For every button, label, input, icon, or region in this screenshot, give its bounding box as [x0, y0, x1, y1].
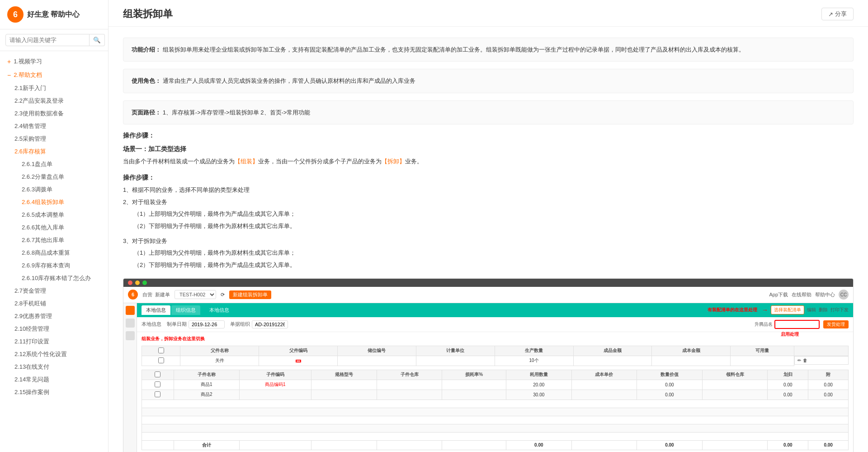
cell-product-amount — [573, 356, 652, 366]
bcell-loss — [442, 380, 506, 390]
step2-sub: （1）上部明细为父件明细，最终作为产成品生成其它入库单； （2）下部明细为子件明… — [123, 209, 854, 232]
bcell-pick — [702, 390, 768, 400]
highlight-disassembly: 【拆卸】 — [382, 158, 405, 165]
col-product-amount: 成品金额 — [573, 346, 652, 356]
sidebar-item-2-5[interactable]: 2.5采购管理 — [14, 133, 108, 145]
screenshot-titlebar — [123, 279, 853, 287]
sidebar-item-2-1[interactable]: 2.1新手入门 — [14, 82, 108, 95]
sidebar-item-2-9[interactable]: 2.9优惠券管理 — [14, 310, 108, 323]
table-row — [142, 432, 849, 440]
mock-field-date: 制单日期 — [167, 320, 225, 328]
mock-app-download: App下载 — [769, 291, 788, 298]
annotation-bom: 有装配清单的在这里处理 — [708, 307, 757, 313]
steps-intro: 操作步骤： — [123, 174, 854, 182]
mock-tab-local[interactable]: 本地信息 — [142, 305, 170, 315]
b-select-all[interactable] — [155, 371, 160, 377]
sidebar-item-2-4[interactable]: 2.4销售管理 — [14, 120, 108, 133]
step3-sub: （1）上部明细为父件明细，最终作为原材料生成其它出库单； （2）下部明细为子件明… — [123, 247, 854, 271]
mock-form-actions: 有装配清单的在这里处理 → 选择装配清单 编辑 删除 打印下发 — [708, 305, 849, 314]
mock-search-label: 升腾品名 — [755, 321, 773, 328]
search-icon: 🔍 — [93, 37, 101, 43]
sidebar-item-2-6-9[interactable]: 2.6.9库存账本查询 — [22, 259, 108, 272]
sidebar-item-2-2[interactable]: 2.2产品安装及登录 — [14, 95, 108, 107]
sidebar-item-2-6-4[interactable]: 2.6.4组装拆卸单 — [22, 196, 108, 209]
sidebar-sub-help: 2.1新手入门 2.2产品安装及登录 2.3使用前数据准备 2.4销售管理 2.… — [0, 82, 108, 399]
path-text: 1、库存核算->库存管理->组装拆卸单 2、首页->常用功能 — [163, 109, 311, 116]
mock-date-input[interactable] — [189, 320, 225, 328]
total-classify: 0.00 — [768, 440, 808, 450]
mock-new-button[interactable]: 新建组装拆卸单 — [229, 290, 271, 299]
sidebar-item-2-6[interactable]: 2.6库存核算 — [14, 145, 108, 158]
bcell-loss — [442, 390, 506, 400]
bcell-val: 0.00 — [637, 380, 703, 390]
sidebar-item-2-13[interactable]: 2.13在线支付 — [14, 361, 108, 373]
bcell-useqty: 20.00 — [506, 380, 572, 390]
share-button[interactable]: ↗ 分享 — [821, 8, 854, 20]
b-row-checkbox[interactable] — [155, 391, 160, 397]
annotation-arrow: → — [762, 306, 768, 314]
sidebar-item-2-6-6[interactable]: 2.6.6其他入库单 — [22, 221, 108, 234]
share-icon: ↗ — [828, 11, 833, 18]
sidebar-item-2-10[interactable]: 2.10经营管理 — [14, 323, 108, 335]
bcol-loss: 损耗率% — [442, 370, 506, 380]
col-cost-amount: 成本金额 — [652, 346, 731, 356]
step2: 2、对于组装业务 — [123, 197, 854, 208]
sidebar-item-2-6-10[interactable]: 2.6.10库存账本错了怎么办 — [22, 272, 108, 285]
mock-icon-settings — [126, 331, 135, 340]
intro-block: 功能介绍： 组装拆卸单用来处理企业组装或拆卸等加工业务，支持有固定装配清单的产品… — [123, 38, 854, 62]
screenshot-container: 6 自营 新建单 TEST-H002 ⟳ 新建组装拆卸单 App下载 在线帮助 … — [123, 278, 854, 452]
cell-available — [731, 356, 794, 366]
row-edit[interactable]: ✏ — [797, 358, 801, 363]
b-row-checkbox[interactable] — [155, 381, 160, 387]
sidebar-item-2-14[interactable]: 2.14常见问题 — [14, 373, 108, 386]
sidebar-item-2-6-5[interactable]: 2.6.5成本调整单 — [22, 209, 108, 221]
total-val: 0.00 — [637, 440, 703, 450]
sidebar-header: 6 好生意 帮助中心 — [0, 0, 108, 29]
sidebar-item-help[interactable]: − 2.帮助文档 — [0, 68, 108, 82]
mock-form-bar: 本地信息 组织信息 本地信息 有装配清单的在这里处理 → 选择装配清单 编辑 删… — [137, 303, 853, 317]
bcol-warehouse: 子件仓库 — [377, 370, 442, 380]
sidebar-item-video[interactable]: + 1.视频学习 — [0, 55, 108, 68]
row-checkbox[interactable] — [158, 357, 164, 363]
sidebar-item-2-6-2[interactable]: 2.6.2分量盘点单 — [22, 171, 108, 183]
app-logo: 6 — [7, 6, 24, 23]
search-input[interactable] — [5, 34, 90, 46]
mock-field-ref: 单据组织 — [230, 320, 288, 328]
mock-icon-list — [126, 319, 135, 328]
col-produce-qty: 生产数量 — [495, 346, 573, 356]
cell-row-actions: ✏🗑 — [794, 356, 848, 365]
step3-sub2: （2）下部明细为子件明细，最终作为产成品生成其它入库单。 — [123, 260, 854, 271]
sidebar-item-2-7[interactable]: 2.7资金管理 — [14, 285, 108, 297]
mock-search-field: 升腾品名 — [755, 320, 820, 329]
sidebar-item-2-6-1[interactable]: 2.6.1盘点单 — [22, 158, 108, 171]
sidebar-item-2-6-3[interactable]: 2.6.3调拨单 — [22, 183, 108, 196]
sidebar-item-2-12[interactable]: 2.12系统个性化设置 — [14, 348, 108, 361]
dot-green — [142, 281, 147, 285]
sidebar-item-2-8[interactable]: 2.8手机旺铺 — [14, 297, 108, 310]
cell-storage — [337, 356, 416, 366]
select-all-checkbox[interactable] — [158, 347, 164, 353]
mock-tab-org[interactable]: 组织信息 — [171, 305, 200, 315]
sidebar-item-label: 1.视频学习 — [14, 57, 42, 66]
mock-assign-button[interactable]: 发货处理 — [823, 320, 849, 328]
bcol-classify: 划归 — [768, 370, 808, 380]
sidebar-item-2-11[interactable]: 2.11打印设置 — [14, 335, 108, 348]
col-unit: 计量单位 — [416, 346, 495, 356]
mock-store-select[interactable]: TEST-H002 — [175, 290, 216, 299]
total-useqty: 0.00 — [506, 440, 572, 450]
nav-list: + 1.视频学习 − 2.帮助文档 2.1新手入门 2.2产品安装及登录 2.3… — [0, 51, 108, 452]
mock-search-input[interactable] — [774, 320, 820, 329]
mock-help-center: 帮助中心 — [815, 291, 835, 298]
row-delete[interactable]: 🗑 — [803, 358, 807, 363]
bcol-attach: 附 — [808, 370, 849, 380]
mock-form-area: 本地信息 组织信息 本地信息 有装配清单的在这里处理 → 选择装配清单 编辑 删… — [123, 303, 853, 452]
mock-ref-input[interactable] — [252, 320, 288, 328]
sidebar-item-2-3[interactable]: 2.3使用前数据准备 — [14, 107, 108, 120]
table-row: 关件 10个 ✏🗑 — [142, 356, 849, 366]
sidebar-item-2-15[interactable]: 2.15操作案例 — [14, 386, 108, 399]
search-button[interactable]: 🔍 — [90, 34, 105, 46]
mock-app-logo: 6 — [128, 290, 138, 300]
sidebar-item-2-6-8[interactable]: 2.6.8商品成本重算 — [22, 247, 108, 259]
mock-bom-button[interactable]: 选择装配清单 — [771, 305, 804, 314]
sidebar-item-2-6-7[interactable]: 2.6.7其他出库单 — [22, 234, 108, 247]
